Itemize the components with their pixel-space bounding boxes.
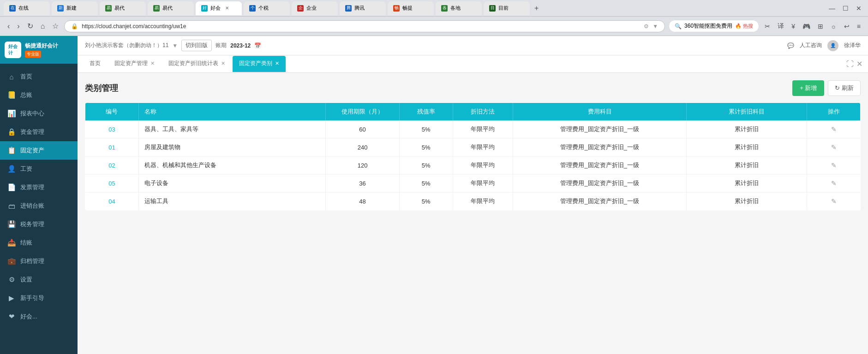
cell-accum-4: 累计折旧 <box>687 192 807 210</box>
sidebar-item-label-guide: 新手引导 <box>20 294 44 302</box>
browser-tab-10[interactable]: 各 各地 <box>436 1 482 15</box>
sidebar-item-archive[interactable]: 💼 归档管理 <box>0 252 78 270</box>
tab-category[interactable]: 固定资产类别 ✕ <box>233 56 286 72</box>
minimize-button[interactable]: — <box>826 4 838 13</box>
col-header-expense: 费用科目 <box>513 103 687 121</box>
browser-tab-9[interactable]: 畅 畅提 <box>388 1 434 15</box>
search-box[interactable]: 🔍 360智能抠图免费用 🔥 热搜 <box>669 20 759 32</box>
col-header-name: 名称 <box>138 103 326 121</box>
close-panel-icon[interactable]: ✕ <box>856 60 862 68</box>
col-header-period: 使用期限（月） <box>326 103 399 121</box>
refresh-button[interactable]: ↻ 刷新 <box>828 80 861 96</box>
logo-title: 畅捷通好会计 <box>25 42 58 50</box>
reload-button[interactable]: ↻ <box>25 20 35 32</box>
cell-expense-1: 管理费用_固定资产折旧_一级 <box>513 138 687 156</box>
ledger-icon: 📒 <box>7 91 16 99</box>
site-settings-icon[interactable]: ⚙ <box>644 23 649 30</box>
translate-icon[interactable]: 译 <box>776 20 786 32</box>
grid-icon[interactable]: ⊞ <box>816 21 825 32</box>
sidebar-item-report[interactable]: 📊 报表中心 <box>0 104 78 123</box>
sidebar-item-label-fund: 资金管理 <box>20 128 44 136</box>
sidebar-item-purchase-sale[interactable]: 🗃 进销台账 <box>0 197 78 215</box>
sidebar-item-fund[interactable]: 🔒 资金管理 <box>0 123 78 141</box>
cut-icon[interactable]: ✂ <box>763 21 772 32</box>
browser-tab-3[interactable]: 易 易代 <box>100 1 146 15</box>
browser-tab-11[interactable]: 目 目前 <box>484 1 530 15</box>
browser-tab-8[interactable]: 腾 腾讯 <box>340 1 386 15</box>
address-text: https://cloud.chanjet.com/accounting/uw1… <box>82 23 186 30</box>
tab-fixed-mgmt-close[interactable]: ✕ <box>150 60 155 66</box>
invoice-icon: 📄 <box>7 183 16 192</box>
home-button[interactable]: ⌂ <box>39 20 47 32</box>
sidebar-item-label-report: 报表中心 <box>20 109 44 118</box>
expand-icon[interactable]: ▼ <box>652 23 658 30</box>
browser-tab-4[interactable]: 易 易代 <box>148 1 194 15</box>
sidebar-item-checkout[interactable]: 📥 结账 <box>0 234 78 252</box>
game-icon[interactable]: 🎮 <box>801 21 812 32</box>
cell-residual-0: 5% <box>399 120 453 138</box>
page-tabs: 首页 固定资产管理 ✕ 固定资产折旧统计表 ✕ 固定资产类别 ✕ ⛶ ✕ <box>78 55 868 73</box>
wallet-icon[interactable]: ¥ <box>790 21 797 32</box>
menu-icon[interactable]: ≡ <box>855 21 862 32</box>
tab-category-close[interactable]: ✕ <box>275 60 279 66</box>
app-header-left: 刘小艳演示客套（勿删勿动！）11 ▼ 切到旧版 账期 2023-12 📅 <box>85 40 261 51</box>
edit-button-2[interactable]: ✎ <box>831 162 837 169</box>
browser-tab-5[interactable]: 好 好会 ✕ <box>196 1 242 15</box>
hot-label: 🔥 热搜 <box>735 23 753 30</box>
period-label: 账期 <box>216 42 227 49</box>
cell-expense-4: 管理费用_固定资产折旧_一级 <box>513 192 687 210</box>
sidebar-item-tax[interactable]: 💾 税务管理 <box>0 215 78 234</box>
browser-tab-2[interactable]: 新 新建 <box>52 1 98 15</box>
sidebar-item-guide[interactable]: ▶ 新手引导 <box>0 289 78 307</box>
theme-icon[interactable]: ☼ <box>829 21 838 32</box>
bookmark-button[interactable]: ☆ <box>50 20 60 32</box>
browser-tab-1[interactable]: 在 在线 <box>4 1 50 15</box>
service-label[interactable]: 人工咨询 <box>800 42 822 49</box>
fullscreen-icon[interactable]: ⛶ <box>846 60 854 68</box>
edit-button-4[interactable]: ✎ <box>831 198 837 205</box>
browser-tab-7[interactable]: 企 企业 <box>292 1 338 15</box>
new-tab-button[interactable]: + <box>532 3 541 13</box>
maximize-button[interactable]: ☐ <box>840 4 851 13</box>
sidebar-item-label-tax: 税务管理 <box>20 220 44 228</box>
settings-icon: ⚙ <box>7 276 16 284</box>
sidebar-item-home[interactable]: ⌂ 首页 <box>0 67 78 86</box>
sidebar: 好会计 畅捷通好会计 专业版 ⌂ 首页 📒 总账 📊 报表中心 � <box>0 36 78 354</box>
close-window-button[interactable]: ✕ <box>853 4 864 13</box>
tab-label-9: 畅提 <box>402 5 413 12</box>
user-name: 徐泽华 <box>844 42 861 49</box>
period-value: 2023-12 <box>230 42 251 49</box>
back-button[interactable]: ‹ <box>6 20 12 32</box>
tab-favicon-3: 易 <box>105 5 112 12</box>
undo-icon[interactable]: ↩ <box>842 21 851 32</box>
edit-button-3[interactable]: ✎ <box>831 180 837 187</box>
cell-action-3: ✎ <box>807 174 861 192</box>
sidebar-item-ledger[interactable]: 📒 总账 <box>0 86 78 104</box>
sidebar-item-invoice[interactable]: 📄 发票管理 <box>0 178 78 197</box>
browser-tab-6[interactable]: 个 个税 <box>244 1 290 15</box>
tab-depreciation-close[interactable]: ✕ <box>221 60 225 66</box>
browser-tab-close-5[interactable]: ✕ <box>225 6 229 11</box>
dropdown-icon[interactable]: ▼ <box>172 42 178 49</box>
user-avatar: 👤 <box>827 40 838 51</box>
add-button[interactable]: + 新增 <box>792 80 824 96</box>
edit-button-1[interactable]: ✎ <box>831 144 837 151</box>
tab-fixed-mgmt[interactable]: 固定资产管理 ✕ <box>108 56 161 72</box>
sidebar-item-payroll[interactable]: 👤 工资 <box>0 160 78 178</box>
tax-icon: 💾 <box>7 220 16 228</box>
sidebar-item-settings[interactable]: ⚙ 设置 <box>0 270 78 289</box>
calendar-icon[interactable]: 📅 <box>254 42 261 49</box>
address-bar[interactable]: 🔒 https://cloud.chanjet.com/accounting/u… <box>64 20 665 32</box>
edit-button-0[interactable]: ✎ <box>831 126 837 133</box>
table-row: 01 房屋及建筑物 240 5% 年限平均 管理费用_固定资产折旧_一级 累计折… <box>85 138 861 156</box>
tab-depreciation[interactable]: 固定资产折旧统计表 ✕ <box>162 56 232 72</box>
tab-home[interactable]: 首页 <box>83 56 107 72</box>
forward-button[interactable]: › <box>15 20 21 32</box>
sidebar-item-fixed-asset[interactable]: 📋 固定资产 <box>0 141 78 160</box>
table-row: 03 器具、工具、家具等 60 5% 年限平均 管理费用_固定资产折旧_一级 累… <box>85 120 861 138</box>
main-content: 刘小艳演示客套（勿删勿动！）11 ▼ 切到旧版 账期 2023-12 📅 💬 人… <box>78 36 868 354</box>
cell-code-1: 01 <box>85 138 139 156</box>
switch-version-button[interactable]: 切到旧版 <box>181 40 212 51</box>
tab-label-3: 易代 <box>114 5 125 12</box>
sidebar-item-more[interactable]: ❤ 好会... <box>0 307 78 326</box>
